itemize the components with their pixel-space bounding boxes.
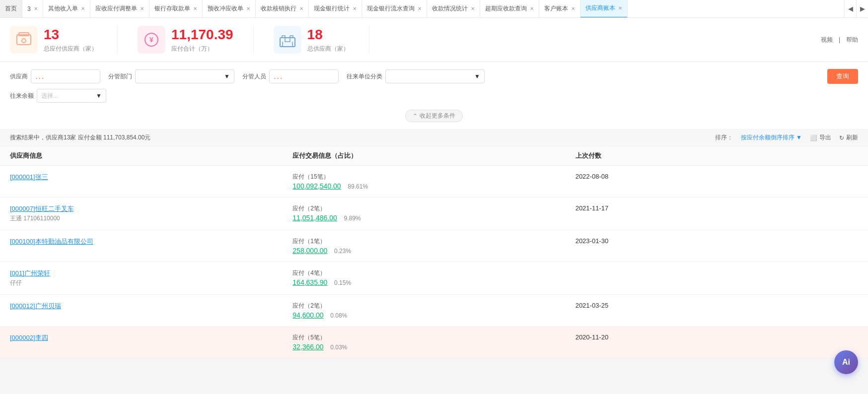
balance-placeholder: 选择...	[41, 92, 58, 100]
last-payment-0: 2022-08-08	[576, 173, 858, 180]
export-button[interactable]: ⬜ 导出	[810, 133, 831, 142]
nav-tab-receipt-stat-label: 收款情况统计	[432, 4, 468, 13]
tx-label-4: 应付（2笔）	[292, 302, 575, 310]
supplier-name-5[interactable]: [000002]李四	[10, 333, 292, 342]
refresh-label: 刷新	[846, 133, 858, 142]
nav-tab-ar-ap-adjust[interactable]: 应收应付调整单 ✕	[90, 0, 149, 18]
supplier-name-2[interactable]: [000100]本特勤油品有限公司	[10, 237, 292, 246]
nav-tab-3[interactable]: 3 ✕	[22, 0, 43, 18]
supplier-name-0[interactable]: [000001]张三	[10, 173, 292, 182]
nav-tab-supplier-close[interactable]: ✕	[618, 5, 622, 11]
data-table: 供应商信息 应付交易信息（占比） 上次付数 [000001]张三 应付（15笔）…	[0, 146, 868, 358]
nav-tab-home[interactable]: 首页	[0, 0, 22, 18]
help-link[interactable]: 帮助	[846, 36, 858, 44]
nav-tab-prepaid-ar[interactable]: 预收冲应收单 ✕	[203, 0, 256, 18]
balance-select[interactable]: 选择... ▼	[37, 89, 106, 103]
payable-suppliers-icon	[10, 26, 38, 54]
nav-tab-other-income[interactable]: 其他收入单 ✕	[43, 0, 90, 18]
tx-amount-3[interactable]: 164,635.90	[292, 278, 327, 286]
last-payment-5: 2020-11-20	[576, 333, 858, 341]
dept-label: 分管部门	[108, 72, 132, 81]
svg-point-2	[22, 39, 26, 43]
nav-tab-receipt-stat-close[interactable]: ✕	[471, 6, 475, 11]
nav-tab-3-label: 3	[27, 5, 31, 12]
nav-prev-arrow[interactable]: ◀	[844, 0, 856, 18]
nav-tab-cash-flow-close[interactable]: ✕	[418, 6, 422, 11]
supplier-input[interactable]: ...	[31, 69, 100, 83]
refresh-button[interactable]: ↻ 刷新	[839, 133, 858, 142]
nav-tab-other-income-close[interactable]: ✕	[81, 6, 85, 11]
svg-rect-8	[285, 38, 290, 42]
supplier-contact-3: 仔仔	[10, 279, 292, 287]
tx-percent-4: 0.08%	[330, 312, 347, 319]
nav-tab-receipt-verify[interactable]: 收款核销执行 ✕	[256, 0, 309, 18]
nav-tab-bank-deposit[interactable]: 银行存取款单 ✕	[149, 0, 203, 18]
person-label: 分管人员	[242, 72, 266, 81]
supplier-name-1[interactable]: [000007]恒旺二手叉车	[10, 204, 292, 213]
nav-tab-prepaid-close[interactable]: ✕	[246, 6, 250, 11]
query-button[interactable]: 查询	[827, 69, 858, 84]
filter-supplier: 供应商 ...	[10, 69, 100, 83]
total-suppliers-number: 18	[307, 26, 349, 43]
last-payment-1: 2021-11-17	[576, 204, 858, 212]
tx-amount-0[interactable]: 100,092,540.00	[292, 182, 341, 190]
nav-tab-cash-bank[interactable]: 现金银行统计 ✕	[309, 0, 362, 18]
nav-tab-prepaid-label: 预收冲应收单	[208, 4, 243, 13]
svg-text:¥: ¥	[149, 36, 153, 44]
video-link[interactable]: 视频	[821, 36, 833, 44]
payable-suppliers-label: 总应付供应商（家）	[44, 45, 97, 53]
tx-label-3: 应付（4笔）	[292, 269, 575, 277]
supplier-cell-0: [000001]张三	[10, 173, 292, 183]
nav-tab-customer-ledger[interactable]: 客户账本 ✕	[539, 0, 580, 18]
last-payment-4: 2021-03-25	[576, 302, 858, 309]
transaction-cell-2: 应付（1笔） 258,000.00 0.23%	[292, 237, 575, 255]
nav-tab-cash-flow[interactable]: 现金银行流水查询 ✕	[362, 0, 427, 18]
tx-amount-4[interactable]: 94,600.00	[292, 311, 323, 319]
dept-select[interactable]: ▼	[135, 69, 234, 83]
ai-assistant-button[interactable]: Ai	[834, 350, 858, 374]
result-actions: 排序： 按应付余额倒序排序 ▼ ⬜ 导出 ↻ 刷新	[715, 133, 858, 142]
payable-total-label: 应付合计（万）	[171, 45, 233, 53]
nav-tab-bank-close[interactable]: ✕	[193, 6, 197, 11]
person-input[interactable]: ...	[269, 69, 339, 83]
nav-tab-cash-bank-close[interactable]: ✕	[353, 6, 357, 11]
payable-total-number: 11,170.39	[171, 26, 233, 43]
transaction-cell-0: 应付（15笔） 100,092,540.00 89.61%	[292, 173, 575, 190]
nav-tab-3-close[interactable]: ✕	[34, 6, 38, 11]
export-icon: ⬜	[810, 134, 817, 141]
nav-tab-ar-ap-close[interactable]: ✕	[140, 6, 144, 11]
nav-tab-overdue-ar[interactable]: 超期应收款查询 ✕	[480, 0, 539, 18]
sort-value[interactable]: 按应付余额倒序排序 ▼	[741, 133, 802, 142]
nav-tab-other-income-label: 其他收入单	[48, 4, 78, 13]
supplier-label: 供应商	[10, 72, 28, 81]
tx-label-0: 应付（15笔）	[292, 173, 575, 181]
tx-percent-1: 9.89%	[344, 215, 361, 222]
tx-amount-5[interactable]: 32,366.00	[292, 343, 323, 351]
nav-next-arrow[interactable]: ▶	[856, 0, 868, 18]
table-row: [000002]李四 应付（5笔） 32,366.00 0.03% 2020-1…	[0, 327, 868, 358]
tx-amount-1[interactable]: 11,051,486.00	[292, 214, 337, 222]
tx-percent-5: 0.03%	[330, 344, 347, 351]
nav-tab-receipt-close[interactable]: ✕	[299, 6, 303, 11]
nav-tab-supplier-ledger[interactable]: 供应商账本 ✕	[580, 0, 628, 18]
tx-amount-2[interactable]: 258,000.00	[292, 247, 327, 255]
sort-label: 排序：	[715, 133, 733, 142]
nav-tab-cash-bank-label: 现金银行统计	[314, 4, 350, 13]
nav-tab-receipt-stat[interactable]: 收款情况统计 ✕	[427, 0, 480, 18]
payable-total-icon: ¥	[138, 26, 165, 54]
stat-payable-suppliers: 13 总应付供应商（家）	[10, 26, 118, 54]
collapse-button[interactable]: ⌃ 收起更多条件	[405, 110, 463, 122]
supplier-cell-2: [000100]本特勤油品有限公司	[10, 237, 292, 247]
supplier-name-4[interactable]: [000012]广州贝瑞	[10, 302, 292, 311]
filter-row-1: 供应商 ... 分管部门 ▼ 分管人员 ... 往来单位分类	[10, 69, 858, 84]
nav-tab-customer-close[interactable]: ✕	[571, 6, 575, 11]
transaction-cell-4: 应付（2笔） 94,600.00 0.08%	[292, 302, 575, 319]
table-row: [000001]张三 应付（15笔） 100,092,540.00 89.61%…	[0, 166, 868, 197]
filter-dept: 分管部门 ▼	[108, 69, 234, 83]
supplier-dots: ...	[35, 72, 45, 81]
nav-tab-overdue-close[interactable]: ✕	[530, 6, 534, 11]
unit-class-select[interactable]: ▼	[385, 69, 485, 83]
supplier-name-3[interactable]: [001]广州荣轩	[10, 269, 292, 278]
svg-rect-6	[282, 36, 285, 38]
payable-suppliers-number: 13	[44, 26, 97, 43]
